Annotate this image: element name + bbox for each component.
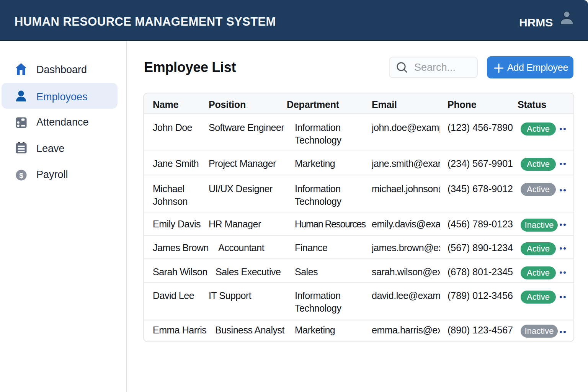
svg-text:$: $ (19, 172, 23, 180)
